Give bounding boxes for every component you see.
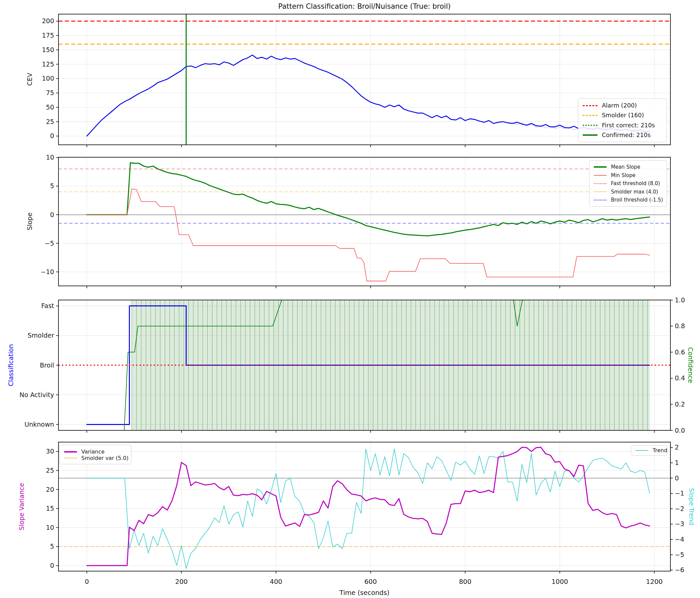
confirmed-swatch-icon xyxy=(583,134,598,136)
tick-label: 25 xyxy=(46,467,54,474)
tick-label: 25 xyxy=(46,118,54,125)
fast-threshold-swatch-icon xyxy=(594,183,606,184)
tick-label: 20 xyxy=(46,486,54,493)
tick-label: 0.8 xyxy=(675,322,685,330)
legend-item: First correct: 210s xyxy=(583,122,662,129)
legend-label: Fast threshold (8.0) xyxy=(611,180,660,186)
tick-label: 150 xyxy=(42,46,54,53)
first-correct-swatch-icon xyxy=(583,125,598,126)
y-axis-label-confidence: Confidence xyxy=(687,347,694,383)
tick-label: 1000 xyxy=(551,578,568,586)
legend-item: Confirmed: 210s xyxy=(583,132,662,138)
legend-item: Mean Slope xyxy=(594,164,662,170)
trend-swatch-icon xyxy=(635,450,648,451)
series-min-slope xyxy=(87,189,650,281)
tick-label: −5 xyxy=(675,551,684,558)
tick-label: No Activity xyxy=(20,391,54,398)
tick-label: −5 xyxy=(45,239,54,247)
legend-label: First correct: 210s xyxy=(602,122,655,129)
tick-label: 2 xyxy=(675,443,679,451)
series-cev xyxy=(87,55,650,136)
figure: { "chart_data": { "type": "line", "title… xyxy=(0,0,700,598)
tick-label: 400 xyxy=(270,578,282,586)
tick-label: 200 xyxy=(42,17,54,25)
tick-label: 0.4 xyxy=(675,374,685,382)
legend-item: Broil threshold (-1.5) xyxy=(594,197,662,203)
tick-label: 0 xyxy=(85,578,89,586)
tick-label: 200 xyxy=(175,578,188,586)
legend-label: Smolder var (5.0) xyxy=(81,455,129,461)
tick-label: 125 xyxy=(42,60,54,68)
mean-slope-swatch-icon xyxy=(594,166,606,167)
legend-item: Fast threshold (8.0) xyxy=(594,180,662,186)
tick-label: 600 xyxy=(364,578,377,586)
legend-item: Variance xyxy=(64,448,127,455)
legend-cev-panel: Alarm (200) Smolder (160) First correct:… xyxy=(578,99,667,142)
legend-label: Min Slope xyxy=(611,172,635,178)
y-axis-label-slope-trend: Slope Trend xyxy=(688,488,695,525)
tick-label: 0.0 xyxy=(675,427,685,434)
legend-item: Min Slope xyxy=(594,172,662,178)
panel-variance: 051015202530−6−5−4−3−2−10120200400600800… xyxy=(46,442,684,586)
tick-label: Fast xyxy=(41,302,54,309)
tick-label: 0 xyxy=(50,562,54,569)
legend-item: Alarm (200) xyxy=(583,102,662,109)
legend-label: Variance xyxy=(81,448,104,455)
tick-label: −10 xyxy=(41,268,54,276)
smolder-line-swatch-icon xyxy=(583,115,598,116)
panel-slope: −10−50510 xyxy=(41,154,670,288)
legend-trend-panel: Trend xyxy=(631,445,667,456)
legend-label: Broil threshold (-1.5) xyxy=(611,197,663,203)
tick-label: −6 xyxy=(675,566,684,573)
tick-label: 0 xyxy=(50,211,54,218)
x-axis-label: Time (seconds) xyxy=(58,589,670,597)
legend-label: Smolder max (4.0) xyxy=(611,189,658,195)
legend-slope-panel: Mean Slope Min Slope Fast threshold (8.0… xyxy=(589,160,667,207)
y-axis-label-classification: Classification xyxy=(7,344,15,386)
legend-label: Mean Slope xyxy=(611,164,640,170)
tick-label: −1 xyxy=(675,490,684,497)
tick-label: 5 xyxy=(50,543,54,550)
variance-swatch-icon xyxy=(64,451,77,452)
tick-label: 10 xyxy=(46,154,54,161)
legend-label: Trend xyxy=(653,447,668,453)
legend-label: Smolder (160) xyxy=(602,112,644,119)
y-axis-label-slope: Slope xyxy=(26,213,33,231)
tick-label: 5 xyxy=(50,182,54,189)
smolder-var-swatch-icon xyxy=(64,458,77,459)
tick-label: 1200 xyxy=(646,578,663,586)
panel-classification: UnknownNo ActivityBroilSmolderFast0.00.2… xyxy=(20,296,685,434)
legend-variance-panel: Variance Smolder var (5.0) xyxy=(59,445,131,464)
broil-threshold-swatch-icon xyxy=(594,200,606,201)
tick-label: 15 xyxy=(46,504,54,512)
tick-label: 10 xyxy=(46,524,54,531)
tick-label: −4 xyxy=(675,536,684,543)
tick-label: 50 xyxy=(46,103,54,111)
tick-label: 800 xyxy=(459,578,472,586)
tick-label: Smolder xyxy=(28,332,54,339)
tick-label: Broil xyxy=(40,362,54,369)
y-axis-label-slope-variance: Slope Variance xyxy=(18,483,25,530)
chart-canvas: 0255075100125150175200−10−50510UnknownNo… xyxy=(0,0,700,598)
figure-title: Pattern Classification: Broil/Nuisance (… xyxy=(58,2,670,10)
legend-label: Alarm (200) xyxy=(602,102,637,109)
y-axis-label-cev: CEV xyxy=(26,73,33,86)
tick-label: −3 xyxy=(675,520,684,527)
tick-label: 0 xyxy=(675,474,679,482)
legend-item: Smolder (160) xyxy=(583,112,662,119)
legend-label: Confirmed: 210s xyxy=(602,132,651,138)
series-mean-slope xyxy=(87,163,650,236)
alarm-line-swatch-icon xyxy=(583,105,598,106)
tick-label: 100 xyxy=(42,75,54,82)
tick-label: 0.2 xyxy=(675,400,685,408)
tick-label: 175 xyxy=(42,32,54,39)
min-slope-swatch-icon xyxy=(594,175,606,176)
tick-label: Unknown xyxy=(25,421,54,428)
tick-label: −2 xyxy=(675,505,684,512)
tick-label: 30 xyxy=(46,447,54,455)
smolder-max-swatch-icon xyxy=(594,191,606,192)
tick-label: 0 xyxy=(50,132,54,139)
tick-label: 1.0 xyxy=(675,296,685,304)
tick-label: 75 xyxy=(46,89,54,97)
tick-label: 1 xyxy=(675,459,679,466)
